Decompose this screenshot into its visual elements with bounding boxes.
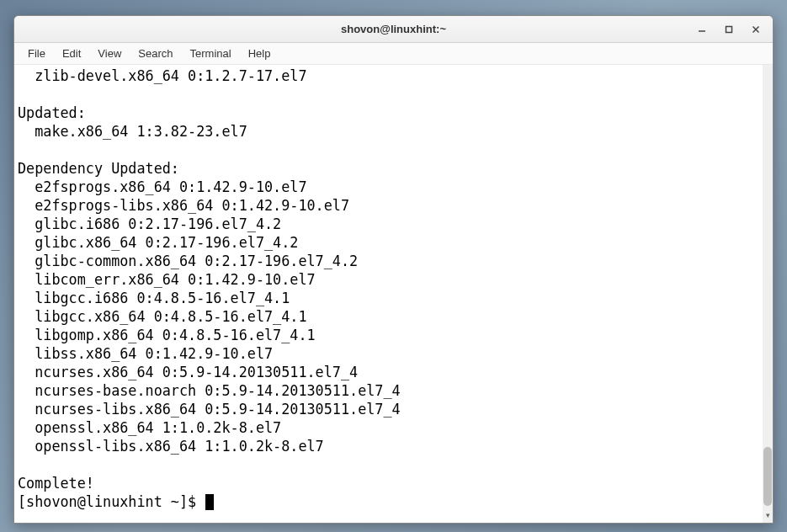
terminal-line: Updated: [18,104,769,122]
terminal-prompt: [shovon@linuxhint ~]$ [18,492,205,511]
menu-search[interactable]: Search [130,45,181,62]
terminal-line: ncurses.x86_64 0:5.9-14.20130511.el7_4 [18,363,769,381]
menu-help[interactable]: Help [240,45,279,62]
terminal-area[interactable]: zlib-devel.x86_64 0:1.2.7-17.el7 Updated… [14,65,773,523]
terminal-line: glibc.x86_64 0:2.17-196.el7_4.2 [18,233,769,252]
terminal-line: Dependency Updated: [18,159,769,178]
terminal-line [18,141,769,159]
terminal-window: shovon@linuxhint:~ File Edit View Search… [13,15,774,524]
terminal-line [18,455,769,474]
svg-rect-1 [726,26,732,32]
terminal-line: zlib-devel.x86_64 0:1.2.7-17.el7 [18,66,769,85]
menu-view[interactable]: View [89,45,130,62]
menu-edit[interactable]: Edit [54,45,89,62]
terminal-line: glibc.i686 0:2.17-196.el7_4.2 [18,215,769,233]
titlebar[interactable]: shovon@linuxhint:~ [14,16,773,43]
terminal-line: ncurses-base.noarch 0:5.9-14.20130511.el… [18,381,769,400]
terminal-line: libgomp.x86_64 0:4.8.5-16.el7_4.1 [18,326,769,344]
terminal-prompt-line[interactable]: [shovon@linuxhint ~]$ [18,492,769,511]
scrollbar[interactable]: ▾ [763,65,773,523]
minimize-button[interactable] [689,19,715,40]
menu-terminal[interactable]: Terminal [182,45,240,62]
window-title: shovon@linuxhint:~ [14,23,773,35]
terminal-line: openssl.x86_64 1:1.0.2k-8.el7 [18,418,769,437]
terminal-line: libgcc.i686 0:4.8.5-16.el7_4.1 [18,289,769,307]
terminal-line: e2fsprogs.x86_64 0:1.42.9-10.el7 [18,178,769,196]
cursor [205,494,214,510]
terminal-line: glibc-common.x86_64 0:2.17-196.el7_4.2 [18,252,769,270]
terminal-line: make.x86_64 1:3.82-23.el7 [18,122,769,141]
terminal-output: zlib-devel.x86_64 0:1.2.7-17.el7 Updated… [14,65,773,513]
close-button[interactable] [742,19,769,40]
terminal-line: e2fsprogs-libs.x86_64 0:1.42.9-10.el7 [18,196,769,215]
window-controls [689,19,769,40]
terminal-line: openssl-libs.x86_64 1:1.0.2k-8.el7 [18,437,769,455]
menu-file[interactable]: File [19,45,54,62]
terminal-line: libgcc.x86_64 0:4.8.5-16.el7_4.1 [18,307,769,326]
terminal-line: libcom_err.x86_64 0:1.42.9-10.el7 [18,270,769,289]
terminal-line [18,85,769,104]
terminal-line: ncurses-libs.x86_64 0:5.9-14.20130511.el… [18,400,769,418]
scroll-down-icon[interactable]: ▾ [763,509,773,521]
terminal-line: libss.x86_64 0:1.42.9-10.el7 [18,344,769,363]
maximize-button[interactable] [715,19,742,40]
scrollbar-thumb[interactable] [763,447,772,506]
terminal-line: Complete! [18,474,769,492]
menubar: File Edit View Search Terminal Help [14,43,773,65]
